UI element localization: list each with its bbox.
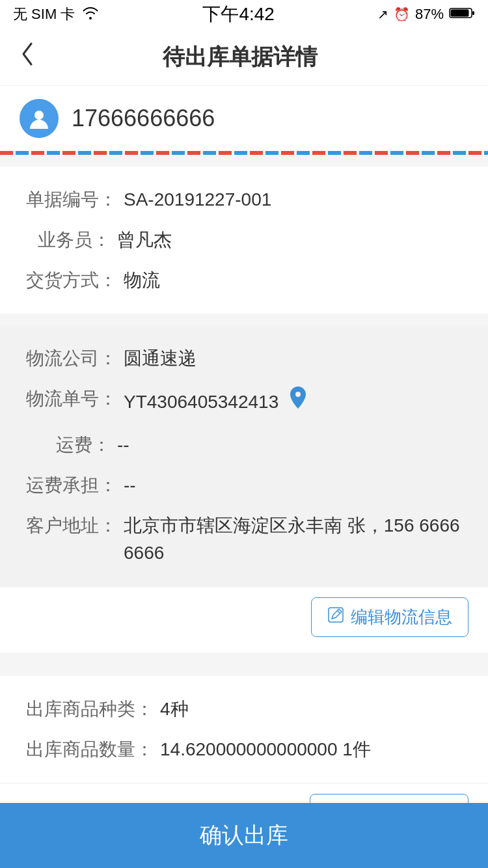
document-no-row: 单据编号： SA-20191227-001 [26,186,462,213]
tracking-no-value: YT4306405342413 [124,385,308,418]
page-title: 待出库单据详情 [48,42,432,72]
battery-percent: 87% [415,6,444,23]
tracking-location-icon[interactable] [288,385,308,418]
tracking-no-label: 物流单号： [26,385,124,413]
confirm-btn-text: 确认出库 [200,821,288,850]
freight-bear-row: 运费承担： -- [26,472,462,499]
address-value: 北京市市辖区海淀区永丰南 张，156 6666 6666 [124,512,462,567]
edit-icon [327,606,344,628]
goods-quantity-label: 出库商品数量： [26,736,160,763]
clock-icon: ⏰ [394,7,410,22]
edit-logistics-label: 编辑物流信息 [351,606,452,629]
battery-icon [449,5,475,23]
status-bar: 无 SIM 卡 下午4:42 ↗ ⏰ 87% [0,0,488,29]
order-info-section: 单据编号： SA-20191227-001 业务员： 曾凡杰 交货方式： 物流 [0,167,488,314]
logistics-company-label: 物流公司： [26,345,124,372]
svg-rect-4 [329,608,343,622]
freight-bear-label: 运费承担： [26,472,124,499]
sales-person-label: 业务员： [26,226,117,254]
customer-avatar [20,99,59,138]
confirm-btn-bar[interactable]: 确认出库 [0,803,488,868]
logistics-inner: 物流公司： 圆通速递 物流单号： YT4306405342413 运费： -- … [0,325,488,586]
logistics-container: 物流公司： 圆通速递 物流单号： YT4306405342413 运费： -- … [0,325,488,653]
wifi-icon [81,5,100,23]
status-bar-right: ↗ ⏰ 87% [377,5,475,23]
logistics-company-row: 物流公司： 圆通速递 [26,345,462,372]
status-bar-time: 下午4:42 [202,2,275,27]
svg-rect-1 [450,10,468,17]
delivery-method-row: 交货方式： 物流 [26,267,462,294]
sim-status: 无 SIM 卡 [13,5,75,24]
logistics-company-value: 圆通速递 [124,345,462,372]
delivery-method-label: 交货方式： [26,267,124,294]
address-row: 客户地址： 北京市市辖区海淀区永丰南 张，156 6666 6666 [26,512,462,567]
section-separator [0,653,488,664]
goods-quantity-row: 出库商品数量： 14.620000000000000 1件 [26,736,462,763]
dashed-divider [0,151,488,155]
freight-label: 运费： [26,431,117,459]
svg-rect-2 [472,11,474,15]
address-label: 客户地址： [26,512,124,539]
sales-person-row: 业务员： 曾凡杰 [26,226,462,254]
back-button[interactable] [20,41,48,73]
delivery-method-value: 物流 [124,267,462,294]
freight-bear-value: -- [124,472,462,499]
status-bar-left: 无 SIM 卡 [13,5,100,24]
goods-types-value: 4种 [160,696,462,723]
freight-row: 运费： -- [26,431,462,459]
tracking-no-row: 物流单号： YT4306405342413 [26,385,462,418]
edit-logistics-button[interactable]: 编辑物流信息 [311,597,468,637]
goods-types-row: 出库商品种类： 4种 [26,696,462,723]
document-no-label: 单据编号： [26,186,124,213]
location-status-icon: ↗ [377,7,388,22]
svg-point-3 [34,111,44,120]
goods-types-label: 出库商品种类： [26,696,160,723]
customer-header: 17666666666 [0,86,488,151]
sales-person-value: 曾凡杰 [117,226,462,254]
customer-phone: 17666666666 [72,105,215,132]
freight-value: -- [117,431,462,459]
nav-bar: 待出库单据详情 [0,29,488,86]
edit-btn-row: 编辑物流信息 [0,586,488,653]
goods-section: 出库商品种类： 4种 出库商品数量： 14.620000000000000 1件 [0,676,488,783]
document-no-value: SA-20191227-001 [124,186,462,213]
goods-quantity-value: 14.620000000000000 1件 [160,736,462,763]
